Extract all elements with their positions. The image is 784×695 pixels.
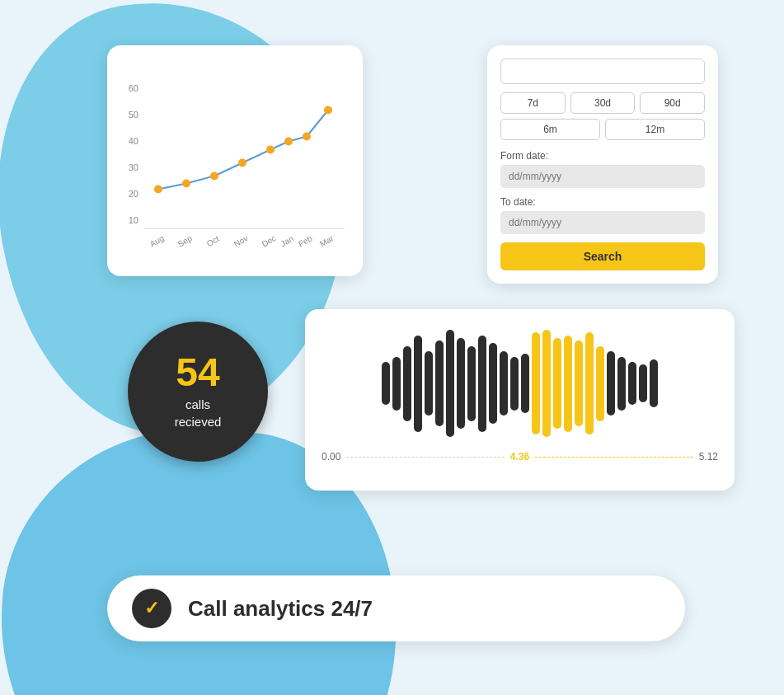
svg-point-21 [303, 133, 311, 141]
check-circle: ✓ [132, 589, 171, 628]
waveform-bar [446, 330, 454, 437]
waveform-bar [392, 357, 401, 411]
filter-card: Jul 2023 to July 2024 7d 30d 90d 6m 12m … [487, 45, 718, 284]
waveform-bar [500, 351, 508, 416]
waveform-bar [585, 332, 594, 434]
from-date-label: Form date: [500, 150, 705, 162]
waveform-bar [403, 346, 411, 421]
timeline-dots-right [535, 457, 692, 458]
svg-text:20: 20 [129, 189, 138, 199]
checkmark-icon: ✓ [144, 598, 159, 619]
waveform-bar [628, 362, 636, 405]
filter-30d-button[interactable]: 30d [570, 92, 636, 114]
line-chart: 60 50 40 30 20 10 Aug Sep Oct Nov Dec Ja… [124, 62, 346, 264]
waveform-bar [617, 357, 626, 411]
filter-7d-button[interactable]: 7d [500, 92, 566, 114]
waveform-bar [425, 351, 433, 416]
timeline-end: 5.12 [699, 451, 718, 463]
waveform-bar [564, 336, 572, 432]
calls-circle: 54 calls recieved [128, 322, 268, 462]
analytics-text: Call analytics 24/7 [188, 596, 373, 622]
scene: 60 50 40 30 20 10 Aug Sep Oct Nov Dec Ja… [0, 0, 784, 695]
waveform-bar [467, 346, 476, 421]
date-range-display[interactable]: Jul 2023 to July 2024 [500, 59, 705, 84]
svg-text:Jan: Jan [279, 234, 295, 249]
svg-text:Sep: Sep [176, 233, 194, 249]
svg-text:Mar: Mar [318, 233, 336, 248]
waveform-card: 0.00 4.36 5.12 [305, 309, 735, 491]
chart-card: 60 50 40 30 20 10 Aug Sep Oct Nov Dec Ja… [107, 45, 363, 276]
svg-text:Feb: Feb [297, 233, 314, 248]
filter-buttons-row1: 7d 30d 90d [500, 92, 705, 114]
to-date-label: To date: [500, 196, 705, 208]
timeline-current: 4.36 [510, 451, 529, 463]
svg-point-18 [238, 159, 246, 167]
svg-text:40: 40 [129, 136, 138, 146]
waveform-bar [596, 346, 604, 421]
waveform-bar [414, 336, 422, 432]
svg-text:50: 50 [129, 110, 138, 120]
svg-text:30: 30 [129, 162, 138, 172]
waveform-bar [382, 362, 390, 405]
svg-text:Oct: Oct [205, 234, 221, 248]
chart-area: 60 50 40 30 20 10 Aug Sep Oct Nov Dec Ja… [124, 62, 346, 264]
svg-point-19 [266, 146, 275, 154]
waveform-bar [521, 354, 529, 413]
timeline-dots-left [346, 457, 504, 458]
waveform-bar [489, 343, 497, 424]
filter-6m-button[interactable]: 6m [500, 119, 600, 140]
waveform-bar [510, 357, 519, 411]
svg-text:Dec: Dec [261, 233, 278, 248]
svg-text:60: 60 [129, 83, 138, 93]
svg-point-20 [284, 138, 293, 146]
svg-text:10: 10 [129, 215, 138, 225]
from-date-input[interactable] [500, 165, 705, 188]
waveform-bar [532, 332, 540, 434]
calls-number: 54 [176, 353, 219, 392]
to-date-input[interactable] [500, 211, 705, 234]
waveform-bar [457, 338, 465, 430]
svg-text:Aug: Aug [148, 233, 166, 248]
svg-point-15 [154, 185, 162, 194]
calls-text: calls recieved [175, 396, 222, 430]
search-button[interactable]: Search [500, 242, 705, 270]
svg-point-16 [182, 180, 190, 188]
svg-point-17 [210, 172, 218, 181]
svg-point-22 [324, 106, 332, 115]
filter-buttons-row2: 6m 12m [500, 119, 705, 140]
analytics-banner: ✓ Call analytics 24/7 [107, 575, 685, 641]
waveform-bar [553, 338, 561, 430]
waveform-bar [650, 359, 658, 408]
waveform-bar [435, 340, 444, 426]
waveform-bar [639, 364, 647, 402]
waveform-bar [575, 340, 583, 426]
waveform-bar [478, 336, 486, 432]
svg-text:Nov: Nov [232, 233, 250, 248]
waveform-bars [322, 326, 718, 441]
timeline-start: 0.00 [322, 451, 340, 463]
waveform-bar [542, 330, 551, 437]
waveform-bar [607, 351, 615, 416]
waveform-timeline: 0.00 4.36 5.12 [322, 451, 718, 463]
filter-90d-button[interactable]: 90d [640, 92, 705, 114]
filter-12m-button[interactable]: 12m [605, 119, 705, 140]
